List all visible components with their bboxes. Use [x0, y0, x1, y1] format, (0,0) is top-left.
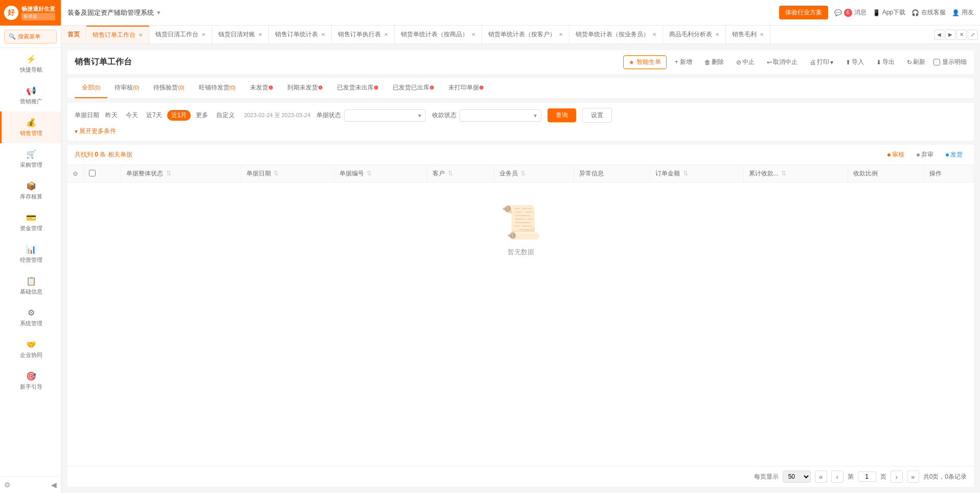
page-label: 第 [848, 473, 854, 481]
sidebar-item-qiye[interactable]: 🤝 企业协同 [0, 333, 61, 365]
tab-maximize[interactable]: ⤢ [968, 30, 978, 40]
query-button[interactable]: 查询 [548, 108, 576, 122]
show-detail-label[interactable]: 显示明细 [933, 58, 967, 66]
app-download-button[interactable]: 📱 App下载 [873, 8, 905, 17]
date-7days[interactable]: 近7天 [143, 110, 165, 121]
refresh-button[interactable]: ↻ 刷新 [903, 56, 929, 69]
delete-button[interactable]: 🗑 删除 [700, 56, 728, 69]
message-button[interactable]: 💬 6 消息 [834, 8, 867, 17]
status-select[interactable]: ▾ [344, 109, 426, 122]
tab-scroll-left[interactable]: ◀ [934, 30, 944, 40]
tab-sales-workbench[interactable]: 销售订单工作台 ✕ [86, 26, 149, 44]
tab-close-sales-stats[interactable]: ✕ [321, 32, 325, 37]
payment-select[interactable]: ▾ [460, 109, 541, 122]
filter-tab-not-printed[interactable]: 未打印单据❶ [441, 78, 491, 98]
tab-close-cash-reconcile[interactable]: ✕ [258, 32, 262, 37]
table-scroll[interactable]: ⚙ 单据整体状态 ⇅ 单据日期 ⇅ [67, 165, 974, 466]
sidebar-item-kuaijie[interactable]: ⚡ 快捷导航 [0, 48, 61, 80]
suspend-button[interactable]: ⊘ 中止 [732, 56, 759, 69]
tab-scroll-right[interactable]: ▶ [945, 30, 955, 40]
filter-tab-wangpu[interactable]: 旺铺待发货(0) [192, 78, 243, 98]
tab-sales-by-staff[interactable]: 销货单统计表（按业务员） ✕ [569, 26, 663, 44]
col-amount[interactable]: 订单金额 ⇅ [650, 165, 743, 183]
sidebar-item-jichuxinxi[interactable]: 📋 基础信息 [0, 270, 61, 302]
filter-tab-not-shipped[interactable]: 未发货❶ [243, 78, 280, 98]
setting-button[interactable]: 设置 [582, 108, 612, 123]
reject-button[interactable]: 弃审 [913, 149, 938, 161]
col-number[interactable]: 单据编号 ⇅ [334, 165, 427, 183]
sidebar-item-jingying[interactable]: 📊 经营管理 [0, 238, 61, 270]
tab-cash-daily[interactable]: 钱货日清工作台 ✕ [149, 26, 212, 44]
page-next[interactable]: › [891, 470, 903, 483]
tab-cash-reconcile[interactable]: 钱货日清对账 ✕ [212, 26, 269, 44]
settings-icon[interactable]: ⚙ [73, 170, 78, 177]
page-prev[interactable]: ‹ [831, 470, 844, 483]
add-button[interactable]: + 新增 [671, 56, 696, 69]
tab-close-sales-by-staff[interactable]: ✕ [652, 32, 656, 37]
col-settings[interactable]: ⚙ [67, 165, 84, 183]
sidebar-item-xinshou[interactable]: 🎯 新手引导 [0, 365, 61, 397]
filter-tab-pending-review[interactable]: 待审核(0) [107, 78, 146, 98]
sidebar-item-yingxiao[interactable]: 📢 营销推广 [0, 80, 61, 111]
col-status[interactable]: 单据整体状态 ⇅ [121, 165, 241, 183]
filter-tab-pending-check[interactable]: 待拣验货(0) [146, 78, 191, 98]
industry-solution-button[interactable]: 体验行业方案 [779, 6, 828, 19]
sidebar-item-xitong[interactable]: ⚙ 系统管理 [0, 302, 61, 333]
tab-close-cash-daily[interactable]: ✕ [201, 32, 206, 37]
sidebar-item-xiaoshou[interactable]: 💰 销售管理 [0, 111, 61, 143]
sidebar-item-caigou[interactable]: 🛒 采购管理 [0, 143, 61, 175]
sidebar-settings-button[interactable]: ⚙ [4, 481, 11, 489]
sidebar-item-zijin[interactable]: 💳 资金管理 [0, 207, 61, 238]
tab-sales-exec[interactable]: 销售订单执行表 ✕ [332, 26, 395, 44]
tab-close-sales-workbench[interactable]: ✕ [139, 32, 143, 38]
tab-sales-by-product[interactable]: 销货单统计表（按商品） ✕ [395, 26, 482, 44]
filter-tab-shipped-out[interactable]: 已发货已出库❶ [385, 78, 441, 98]
cancel-suspend-button[interactable]: ↩ 取消中止 [763, 56, 802, 69]
date-1month[interactable]: 近1月 [167, 110, 191, 121]
search-menu-button[interactable]: 🔍 搜索菜单 [4, 30, 57, 43]
date-custom[interactable]: 自定义 [213, 110, 238, 121]
tab-sales-by-customer[interactable]: 销货单统计表（按客户） ✕ [482, 26, 569, 44]
tab-close-sales-exec[interactable]: ✕ [384, 32, 388, 37]
online-service-button[interactable]: 🎧 在线客服 [911, 8, 946, 17]
tab-close-sales-by-product[interactable]: ✕ [471, 32, 475, 37]
page-first[interactable]: « [815, 470, 827, 483]
sidebar-collapse-button[interactable]: ◀ [51, 481, 57, 489]
col-customer[interactable]: 客户 ⇅ [427, 165, 494, 183]
filter-tab-overdue-not-shipped[interactable]: 到期未发货❶ [280, 78, 330, 98]
send-button[interactable]: 发货 [942, 149, 967, 161]
sidebar-item-kucun[interactable]: 📦 库存核算 [0, 175, 61, 207]
chevron-down-icon[interactable]: ▾ [157, 9, 161, 16]
tab-close-sales-by-customer[interactable]: ✕ [559, 32, 563, 37]
smart-generate-button[interactable]: ★ 智能生单 [623, 55, 667, 69]
page-last[interactable]: » [907, 470, 919, 483]
show-detail-checkbox[interactable] [933, 59, 940, 65]
tab-sales-stats[interactable]: 销售订单统计表 ✕ [269, 26, 332, 44]
user-button[interactable]: 👤 用友 [952, 8, 974, 17]
print-button[interactable]: 🖨 打印 ▾ [806, 56, 837, 69]
tab-home[interactable]: 首页 [61, 26, 86, 44]
tab-gross-margin[interactable]: 商品毛利分析表 ✕ [663, 26, 726, 44]
date-yesterday[interactable]: 昨天 [102, 110, 121, 121]
date-today[interactable]: 今天 [123, 110, 141, 121]
tab-close-gross-margin[interactable]: ✕ [715, 32, 719, 37]
col-cumulative[interactable]: 累计收款... ⇅ [743, 165, 848, 183]
col-staff[interactable]: 业务员 ⇅ [494, 165, 574, 183]
col-date[interactable]: 单据日期 ⇅ [241, 165, 334, 183]
search-icon: 🔍 [9, 33, 16, 40]
sidebar-search[interactable]: 🔍 搜索菜单 [0, 26, 61, 48]
filter-tab-shipped-not-out[interactable]: 已发货未出库❶ [330, 78, 385, 98]
tab-sales-profit[interactable]: 销售毛利 ✕ [726, 26, 770, 44]
page-input[interactable] [858, 472, 876, 482]
select-all-checkbox[interactable] [89, 170, 96, 176]
import-button[interactable]: ⬆ 导入 [841, 56, 868, 69]
filter-tab-all[interactable]: 全部(0) [75, 78, 107, 98]
per-page-select[interactable]: 50 10 20 100 [783, 470, 811, 483]
expand-conditions-button[interactable]: ▾ 展开更多条件 [75, 127, 967, 136]
tab-close-sales-profit[interactable]: ✕ [760, 32, 764, 37]
date-filter: 单据日期 昨天 今天 近7天 近1月 更多 自定义 [75, 110, 238, 121]
date-more[interactable]: 更多 [193, 110, 211, 121]
approve-button[interactable]: 审核 [883, 149, 908, 161]
tab-close-all[interactable]: ✕ [956, 30, 967, 40]
export-button[interactable]: ⬇ 导出 [872, 56, 899, 69]
